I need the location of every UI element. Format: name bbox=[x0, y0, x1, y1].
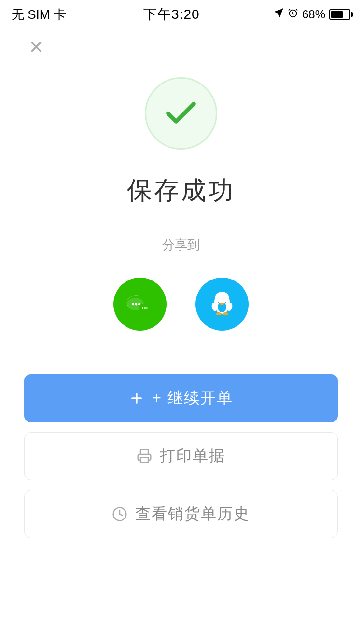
status-bar: 无 SIM 卡 下午3:20 68% bbox=[0, 0, 362, 29]
svg-point-14 bbox=[144, 307, 146, 309]
share-divider: 分享到 bbox=[24, 237, 338, 253]
history-icon bbox=[112, 506, 127, 522]
location-icon bbox=[273, 8, 284, 21]
action-buttons: + 继续开单 打印单据 查看销货单历史 bbox=[24, 374, 338, 538]
success-icon-circle bbox=[145, 77, 217, 150]
share-icons bbox=[113, 278, 249, 331]
svg-point-26 bbox=[223, 312, 228, 315]
svg-point-15 bbox=[146, 307, 148, 309]
status-left: 无 SIM 卡 bbox=[12, 6, 70, 23]
svg-marker-2 bbox=[274, 9, 283, 17]
history-label: 查看销货单历史 bbox=[135, 504, 250, 525]
history-button[interactable]: 查看销货单历史 bbox=[24, 490, 338, 538]
success-title: 保存成功 bbox=[127, 174, 235, 208]
wechat-share-button[interactable] bbox=[113, 278, 167, 331]
divider-line-right bbox=[209, 245, 338, 245]
alarm-icon bbox=[288, 8, 298, 21]
status-right: 68% bbox=[273, 8, 350, 21]
svg-point-9 bbox=[132, 303, 134, 306]
sim-status: 无 SIM 卡 bbox=[12, 6, 66, 23]
svg-point-25 bbox=[216, 312, 222, 315]
svg-point-24 bbox=[215, 292, 229, 303]
status-time: 下午3:20 bbox=[143, 5, 200, 24]
continue-label: + 继续开单 bbox=[152, 388, 233, 409]
plus-icon bbox=[129, 391, 144, 406]
svg-point-13 bbox=[142, 307, 144, 309]
print-label: 打印单据 bbox=[160, 446, 225, 467]
continue-button[interactable]: + 继续开单 bbox=[24, 374, 338, 422]
main-content: 保存成功 分享到 bbox=[0, 29, 362, 538]
battery-text: 68% bbox=[302, 8, 325, 21]
qq-share-button[interactable] bbox=[195, 278, 249, 331]
battery-icon bbox=[329, 9, 350, 20]
print-button[interactable]: 打印单据 bbox=[24, 432, 338, 480]
print-icon bbox=[137, 448, 152, 464]
svg-point-10 bbox=[135, 303, 138, 306]
svg-rect-31 bbox=[140, 458, 148, 463]
divider-line-left bbox=[24, 245, 153, 245]
close-button[interactable] bbox=[24, 35, 48, 59]
share-label: 分享到 bbox=[162, 237, 200, 253]
